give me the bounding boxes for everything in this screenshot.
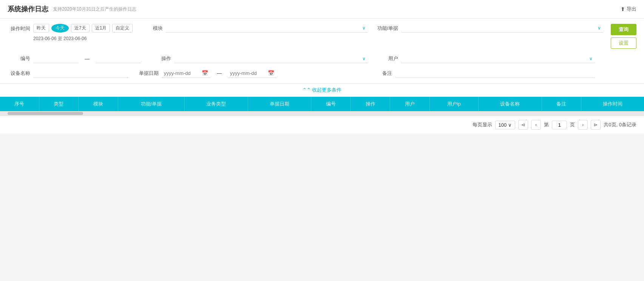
module-select[interactable]: ∨ <box>166 24 368 33</box>
code-label: 编号 <box>8 55 30 62</box>
table-header-cell: 模块 <box>79 97 118 111</box>
table-header-cell: 业务类型 <box>185 97 248 111</box>
table-container: 序号类型模块功能/单据业务类型单据日期编号操作用户用户ip设备名称备注操作时间 <box>0 97 644 111</box>
remark-input[interactable] <box>395 69 595 78</box>
scrollbar-area[interactable] <box>0 111 644 116</box>
table-header-cell: 用户 <box>390 97 429 111</box>
date-range: 2023-06-06 至 2023-06-06 <box>33 36 133 42</box>
table-header-cell: 备注 <box>542 97 581 111</box>
operation-label: 操作 <box>148 55 171 62</box>
last-page-btn[interactable]: ⊳ <box>591 120 601 130</box>
query-button[interactable]: 查询 <box>611 24 636 35</box>
last7-btn[interactable]: 近7天 <box>71 24 90 33</box>
table-header-cell: 单据日期 <box>248 97 311 111</box>
action-buttons: 查询 设置 <box>611 24 636 49</box>
table-header-cell: 设备名称 <box>478 97 542 111</box>
doc-date-label: 单据日期 <box>136 70 159 77</box>
page-size-arrow-icon: ∨ <box>508 122 512 128</box>
last1month-btn[interactable]: 近1月 <box>92 24 110 33</box>
page-header: 系统操作日志 支持2020年10月31日之后产生的操作日志 ⬆ 导出 <box>0 0 644 19</box>
time-filter-group: 昨天 今天 近7天 近1月 自定义 2023-06-06 至 2023-06-0… <box>33 24 133 42</box>
page-size-value: 100 <box>499 122 507 128</box>
export-icon: ⬆ <box>621 6 625 12</box>
page-subtitle: 支持2020年10月31日之后产生的操作日志 <box>53 6 136 12</box>
page-label: 第 <box>544 121 549 128</box>
custom-btn[interactable]: 自定义 <box>112 24 133 33</box>
time-label: 操作时间 <box>8 24 30 32</box>
pagination-bar: 每页显示 100 ∨ ⊲ ‹ 第 页 › ⊳ 共0页, 0条记录 <box>0 116 644 134</box>
user-arrow-icon: ∨ <box>589 56 593 61</box>
scrollbar-thumb[interactable] <box>8 112 83 115</box>
data-table: 序号类型模块功能/单据业务类型单据日期编号操作用户用户ip设备名称备注操作时间 <box>0 97 644 111</box>
doc-date-from-input[interactable] <box>164 70 202 76</box>
table-header-cell: 操作 <box>351 97 390 111</box>
device-label: 设备名称 <box>8 70 30 77</box>
user-select[interactable]: ∨ <box>401 54 595 63</box>
operation-select[interactable]: ∨ <box>174 54 368 63</box>
yesterday-btn[interactable]: 昨天 <box>33 24 49 33</box>
collapse-icon: ⌃⌃ <box>303 87 311 93</box>
calendar-from-icon[interactable]: 📅 <box>202 70 208 76</box>
next-page-btn[interactable]: › <box>578 120 588 130</box>
page-size-label: 每页显示 <box>473 121 492 128</box>
page-title: 系统操作日志 <box>8 5 48 14</box>
doc-date-to-input[interactable] <box>230 70 268 76</box>
doc-date-to-wrap: 📅 <box>228 68 277 78</box>
settings-button[interactable]: 设置 <box>611 37 636 49</box>
today-btn[interactable]: 今天 <box>51 24 69 33</box>
table-header-cell: 功能/单据 <box>118 97 184 111</box>
module-label: 模块 <box>140 25 163 32</box>
func-label: 功能/单据 <box>375 25 398 32</box>
device-input[interactable] <box>33 69 128 78</box>
module-arrow-icon: ∨ <box>362 25 366 31</box>
table-header-cell: 序号 <box>0 97 39 111</box>
remark-label: 备注 <box>369 70 392 77</box>
export-label: 导出 <box>627 6 636 12</box>
prev-page-btn[interactable]: ‹ <box>531 120 541 130</box>
table-header-cell: 类型 <box>39 97 78 111</box>
export-button[interactable]: ⬆ 导出 <box>621 6 636 12</box>
calendar-to-icon[interactable]: 📅 <box>268 70 274 76</box>
collapse-label: 收起更多条件 <box>312 87 341 93</box>
code-input-to[interactable] <box>96 54 141 63</box>
collapse-bar[interactable]: ⌃⌃ 收起更多条件 <box>0 84 644 97</box>
func-select[interactable]: ∨ <box>401 24 603 33</box>
page-size-select[interactable]: 100 ∨ <box>495 121 516 129</box>
page-suffix: 页 <box>570 121 575 128</box>
first-page-btn[interactable]: ⊲ <box>518 120 528 130</box>
total-info: 共0页, 0条记录 <box>604 121 636 128</box>
table-header: 序号类型模块功能/单据业务类型单据日期编号操作用户用户ip设备名称备注操作时间 <box>0 97 644 111</box>
user-label: 用户 <box>375 55 398 62</box>
code-input-from[interactable] <box>33 54 79 63</box>
table-header-cell: 编号 <box>311 97 351 111</box>
table-header-cell: 操作时间 <box>581 97 644 111</box>
page-num-input[interactable] <box>552 121 567 129</box>
doc-date-from-wrap: 📅 <box>162 68 211 78</box>
operation-arrow-icon: ∨ <box>362 56 366 61</box>
table-header-cell: 用户ip <box>429 97 478 111</box>
func-arrow-icon: ∨ <box>598 25 601 31</box>
filter-section: 操作时间 昨天 今天 近7天 近1月 自定义 2023-06-06 至 2023… <box>0 19 644 84</box>
